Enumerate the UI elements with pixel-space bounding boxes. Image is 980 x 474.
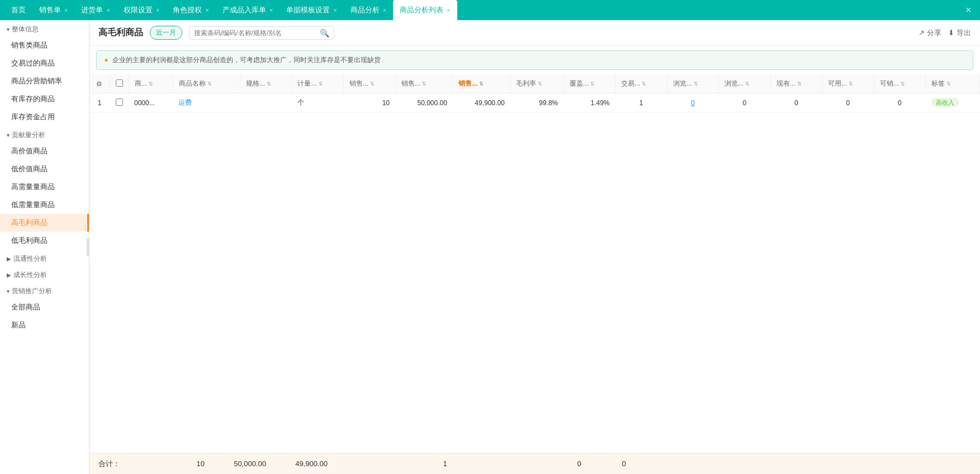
col-sales-profit[interactable]: 销售... ⇅ [453, 74, 510, 93]
sidebar-item-all-goods[interactable]: 全部商品 [0, 298, 89, 316]
row-current-stock: 0 [770, 93, 822, 112]
sort-icon14: ⇅ [849, 81, 853, 87]
row-spec [240, 93, 292, 112]
sidebar-group-flow[interactable]: ▶ 流通性分析 [0, 250, 89, 266]
sort-icon2: ⇅ [207, 81, 212, 87]
footer-label: 合计： [98, 459, 165, 469]
sort-icon10: ⇅ [642, 81, 646, 87]
sidebar-item-sales-goods[interactable]: 销售类商品 [0, 36, 89, 54]
sort-icon13: ⇅ [797, 81, 802, 87]
sidebar-item-low-margin[interactable]: 低毛利商品 [0, 232, 89, 250]
sort-icon3: ⇅ [267, 81, 271, 87]
footer-sales-profit: 49,900.00 [272, 459, 333, 468]
sidebar-item-high-demand[interactable]: 高需量量商品 [0, 178, 89, 196]
close-template-tab[interactable]: × [333, 7, 337, 13]
sidebar-item-low-value[interactable]: 低价值商品 [0, 160, 89, 178]
row-browse1[interactable]: 0 [667, 93, 719, 112]
footer-trade-count: 1 [423, 459, 467, 468]
close-product-analysis-list-tab[interactable]: × [447, 7, 450, 13]
footer-sales-amount: 50,000.00 [210, 459, 272, 468]
arrow-right-icon: ▶ [7, 256, 11, 262]
sidebar-collapse-button[interactable]: 《 [87, 238, 89, 256]
col-sales-amount[interactable]: 销售... ⇅ [395, 74, 453, 93]
close-role-tab[interactable]: × [205, 7, 209, 13]
export-button[interactable]: ⬇ 导出 [948, 28, 971, 38]
nav-purchase[interactable]: 进货单 × [74, 0, 116, 20]
close-sales-tab[interactable]: × [64, 7, 68, 13]
footer-browse2 [512, 459, 557, 468]
col-name[interactable]: 商品名称 ⇅ [173, 74, 240, 93]
close-permission-tab[interactable]: × [156, 7, 159, 13]
col-coverage[interactable]: 覆盖... ⇅ [564, 74, 616, 93]
sidebar-item-low-demand[interactable]: 低需量量商品 [0, 196, 89, 214]
row-sales-amount: 50,000.00 [395, 93, 453, 112]
col-browse2[interactable]: 浏览... ⇅ [719, 74, 771, 93]
nav-sales[interactable]: 销售单 × [32, 0, 74, 20]
sidebar-group-marketing[interactable]: ▾ 营销推广分析 [0, 282, 89, 298]
footer-gross-margin [333, 459, 378, 468]
row-unit: 个 [292, 93, 344, 112]
sort-icon15: ⇅ [901, 81, 905, 87]
col-tag[interactable]: 标签 ⇅ [926, 74, 980, 93]
sidebar-item-stocked-goods[interactable]: 有库存的商品 [0, 90, 89, 108]
sidebar: 《 ▾ 整体信息 销售类商品 交易过的商品 商品分营助销率 有库存的商品 库存资… [0, 20, 89, 474]
sidebar-item-traded-goods[interactable]: 交易过的商品 [0, 54, 89, 72]
filter-button[interactable]: 近一月 [150, 26, 182, 40]
sidebar-item-new-goods[interactable]: 新品 [0, 316, 89, 334]
col-settings[interactable]: ⚙ [89, 74, 110, 93]
row-name[interactable]: 运费 [173, 93, 240, 112]
search-input[interactable] [194, 29, 316, 37]
footer-available: 0 [602, 459, 646, 468]
row-gross-margin: 99.8% [510, 93, 564, 112]
nav-role[interactable]: 角色授权 × [166, 0, 215, 20]
col-browse1[interactable]: 浏览... ⇅ [667, 74, 719, 93]
sidebar-group-contribution[interactable]: ▾ 贡献量分析 [0, 126, 89, 142]
search-icon[interactable]: 🔍 [320, 29, 329, 37]
arrow-down-icon2: ▾ [7, 132, 10, 138]
sort-icon11: ⇅ [694, 81, 698, 87]
export-icon: ⬇ [948, 29, 954, 37]
close-production-tab[interactable]: × [269, 7, 273, 13]
table-header-row: ⚙ 商... ⇅ 商品名称 [89, 74, 980, 93]
close-purchase-tab[interactable]: × [106, 7, 110, 13]
sidebar-group-growth[interactable]: ▶ 成长性分析 [0, 266, 89, 282]
select-all-checkbox[interactable] [116, 79, 123, 87]
col-saleable[interactable]: 可销... ⇅ [874, 74, 926, 93]
col-trade-count[interactable]: 交易... ⇅ [616, 74, 667, 93]
sidebar-item-high-value[interactable]: 高价值商品 [0, 142, 89, 160]
sort-icon16: ⇅ [946, 81, 951, 87]
row-checkbox[interactable] [116, 98, 123, 106]
sidebar-item-high-margin[interactable]: 高毛利商品 [0, 214, 89, 232]
col-available[interactable]: 可用... ⇅ [822, 74, 874, 93]
nav-production[interactable]: 产成品入库单 × [216, 0, 280, 20]
col-unit[interactable]: 计量... ⇅ [292, 74, 344, 93]
sidebar-item-stock-capital[interactable]: 库存资金占用 [0, 108, 89, 126]
share-button[interactable]: ↗ 分享 [919, 28, 941, 38]
data-table: ⚙ 商... ⇅ 商品名称 [89, 74, 980, 112]
footer-coverage [378, 459, 423, 468]
row-checkbox-cell[interactable] [110, 93, 129, 112]
nav-template[interactable]: 单据模板设置 × [280, 0, 343, 20]
col-sales-qty[interactable]: 销售... ⇅ [344, 74, 396, 93]
nav-home[interactable]: 首页 [4, 0, 32, 20]
sidebar-group-overview[interactable]: ▾ 整体信息 [0, 20, 89, 36]
footer-browse1 [467, 459, 512, 468]
nav-permission[interactable]: 权限设置 × [117, 0, 166, 20]
main-layout: 《 ▾ 整体信息 销售类商品 交易过的商品 商品分营助销率 有库存的商品 库存资… [0, 20, 980, 474]
content-area: 高毛利商品 近一月 🔍 ↗ 分享 ⬇ 导出 ✦ 企业的主要的利润都是这部分商品创… [89, 20, 980, 474]
sidebar-item-goods-assist[interactable]: 商品分营助销率 [0, 72, 89, 90]
col-spec[interactable]: 规格... ⇅ [240, 74, 292, 93]
col-checkbox [110, 74, 129, 93]
nav-product-analysis[interactable]: 商品分析 × [344, 0, 393, 20]
row-browse2: 0 [719, 93, 771, 112]
close-window-button[interactable]: × [962, 5, 976, 15]
sort-icon5: ⇅ [370, 81, 375, 87]
col-code[interactable]: 商... ⇅ [129, 74, 173, 93]
header-actions: ↗ 分享 ⬇ 导出 [919, 28, 971, 38]
col-gross-margin[interactable]: 毛利率 ⇅ [510, 74, 564, 93]
footer-current-stock: 0 [557, 459, 602, 468]
nav-product-analysis-list[interactable]: 商品分析列表 × [393, 0, 457, 20]
col-current-stock[interactable]: 现有... ⇅ [770, 74, 822, 93]
close-product-analysis-tab[interactable]: × [383, 7, 386, 13]
share-icon: ↗ [919, 29, 925, 37]
